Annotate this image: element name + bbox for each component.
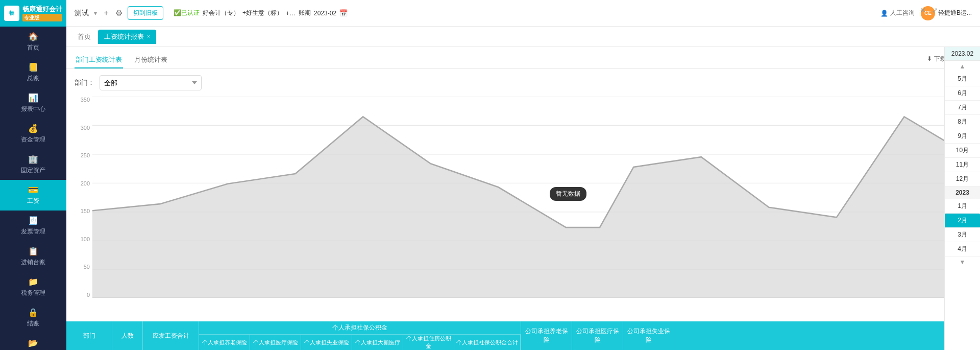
more-badge: +… <box>286 10 296 17</box>
content-controls: ✕ ⤢ <box>919 0 943 20</box>
date-item-11月[interactable]: 11月 <box>945 158 980 172</box>
y-label-350: 350 <box>81 97 90 103</box>
date-panel: 2023.02 ▲ 5月6月7月8月9月10月11月12月20231月2月3月4… <box>944 47 980 350</box>
dropdown-arrow-icon[interactable]: ▾ <box>94 10 97 17</box>
date-panel-header: 2023.02 <box>945 47 980 61</box>
th-department: 部门 <box>66 321 112 350</box>
subtabs: 部门工资统计表 月份统计表 ⬇ 下载 ↻ 刷新 <box>66 47 980 69</box>
table-header: 部门 人数 应发工资合计 个人承担社保公积金 个人承担养老保险 个人承担医疗保险… <box>66 321 980 350</box>
sidebar-item-home[interactable]: 🏠首页 <box>0 27 66 57</box>
subtab-monthly[interactable]: 月份统计表 <box>133 52 168 68</box>
settings-icon[interactable]: ⚙ <box>115 8 122 18</box>
date-nav-down[interactable]: ▼ <box>945 256 980 268</box>
closing-icon: 🔒 <box>28 308 38 317</box>
date-item-6月[interactable]: 6月 <box>945 86 980 101</box>
filter-bar: 部门： 全部 部门1 部门2 <box>66 69 980 97</box>
archive-icon: 📂 <box>28 338 38 348</box>
sidebar-item-payroll[interactable]: 💳工资 <box>0 180 66 211</box>
sidebar-item-invoice[interactable]: 🧾发票管理 <box>0 211 66 241</box>
y-label-50: 50 <box>84 264 90 270</box>
th-personal-large-medical: 个人承担大额医疗 <box>352 335 403 350</box>
date-item-2023[interactable]: 2023 <box>945 186 980 199</box>
topbar-badges: ✅已认证 好会计（专） +好生意（标） +… 账期 2023-02 📅 <box>174 9 348 17</box>
help-label: 人工咨询 <box>890 9 915 17</box>
th-personal-pension: 个人承担养老保险 <box>199 335 250 350</box>
sidebar-label-closing: 结账 <box>27 319 39 328</box>
sidebar-item-tax[interactable]: 📁税务管理 <box>0 272 66 302</box>
date-item-12月[interactable]: 12月 <box>945 172 980 186</box>
download-icon: ⬇ <box>927 55 932 62</box>
sidebar-label-funds: 资金管理 <box>21 135 45 144</box>
sidebar-label-home: 首页 <box>27 43 39 52</box>
y-axis: 350 300 250 200 150 100 50 0 <box>75 97 92 298</box>
help-icon: 👤 <box>880 10 888 17</box>
sidebar-item-sales[interactable]: 📋进销台账 <box>0 241 66 272</box>
reports-icon: 📊 <box>28 93 38 103</box>
sidebar-item-reports[interactable]: 📊报表中心 <box>0 88 66 119</box>
topbar: 测试 ▾ ＋ ⚙ 切到旧板 ✅已认证 好会计（专） +好生意（标） +… 账期 … <box>66 0 980 27</box>
tab-close-button[interactable]: × <box>147 34 150 39</box>
sidebar: 畅 畅康通好会计 专业版 🏠首页📒总账📊报表中心💰资金管理🏢固定资产💳工资🧾发票… <box>0 0 66 350</box>
tax-icon: 📁 <box>28 277 38 287</box>
help-button[interactable]: 👤 人工咨询 <box>880 9 915 17</box>
date-item-1月[interactable]: 1月 <box>945 199 980 214</box>
date-item-9月[interactable]: 9月 <box>945 129 980 144</box>
sales-icon: 📋 <box>28 246 38 256</box>
date-item-4月[interactable]: 4月 <box>945 242 980 256</box>
tabbar: 首页 工资统计报表 × ✕ ⤢ <box>66 27 980 47</box>
subtab-department[interactable]: 部门工资统计表 <box>75 52 123 68</box>
sidebar-item-assets[interactable]: 🏢固定资产 <box>0 149 66 180</box>
sidebar-label-tax: 税务管理 <box>21 289 45 297</box>
date-item-8月[interactable]: 8月 <box>945 115 980 129</box>
add-icon[interactable]: ＋ <box>102 8 110 18</box>
th-company-medical: 公司承担医疗保险 <box>572 321 623 350</box>
th-company-unemployment: 公司承担失业保险 <box>623 321 674 350</box>
y-label-250: 250 <box>81 152 90 158</box>
sidebar-label-reports: 报表中心 <box>21 105 45 113</box>
close-window-button[interactable]: ✕ <box>919 5 927 15</box>
th-company-pension: 公司承担养老保险 <box>521 321 572 350</box>
th-group-personal: 个人承担社保公积金 个人承担养老保险 个人承担医疗保险 个人承担失业保险 个人承… <box>199 321 521 350</box>
y-label-0: 0 <box>87 292 90 298</box>
tab-home[interactable]: 首页 <box>72 29 96 44</box>
date-item-10月[interactable]: 10月 <box>945 144 980 158</box>
expand-window-button[interactable]: ⤢ <box>931 5 939 15</box>
verified-badge: ✅已认证 <box>174 9 200 17</box>
payroll-icon: 💳 <box>28 185 38 195</box>
period-value: 2023-02 <box>314 10 336 17</box>
sidebar-nav: 🏠首页📒总账📊报表中心💰资金管理🏢固定资产💳工资🧾发票管理📋进销台账📁税务管理🔒… <box>0 27 66 350</box>
switch-old-button[interactable]: 切到旧板 <box>128 6 163 20</box>
sidebar-item-ledger[interactable]: 📒总账 <box>0 57 66 88</box>
y-label-100: 100 <box>81 236 90 242</box>
y-label-300: 300 <box>81 125 90 131</box>
funds-icon: 💰 <box>28 124 38 133</box>
date-item-5月[interactable]: 5月 <box>945 72 980 86</box>
content-area: 部门工资统计表 月份统计表 ⬇ 下载 ↻ 刷新 部门： 全部 部门1 部门2 <box>66 47 980 350</box>
chart-wrapper: 350 300 250 200 150 100 50 0 <box>75 97 972 313</box>
tab-payroll-report[interactable]: 工资统计报表 × <box>98 30 156 44</box>
date-item-2月[interactable]: 2月 <box>945 214 980 228</box>
date-item-7月[interactable]: 7月 <box>945 101 980 115</box>
y-label-150: 150 <box>81 208 90 214</box>
chart-container: 350 300 250 200 150 100 50 0 <box>66 97 980 321</box>
main-area: 测试 ▾ ＋ ⚙ 切到旧板 ✅已认证 好会计（专） +好生意（标） +… 账期 … <box>66 0 980 350</box>
sidebar-item-archive[interactable]: 📂归档管理 <box>0 333 66 350</box>
good-accounting-badge: 好会计（专） <box>203 9 239 17</box>
app-sub: 专业版 <box>22 14 62 21</box>
app-title: 畅康通好会计 <box>22 5 62 14</box>
logo-icon: 畅 <box>4 6 19 21</box>
th-personal-medical: 个人承担医疗保险 <box>250 335 301 350</box>
app-logo: 畅 畅康通好会计 专业版 <box>0 0 66 27</box>
download-button[interactable]: ⬇ 下载 <box>927 55 946 63</box>
sidebar-item-closing[interactable]: 🔒结账 <box>0 302 66 333</box>
calendar-icon[interactable]: 📅 <box>339 9 348 17</box>
date-panel-scroll[interactable]: ▲ 5月6月7月8月9月10月11月12月20231月2月3月4月▼ <box>945 61 980 350</box>
th-count: 人数 <box>112 321 143 350</box>
date-nav-up[interactable]: ▲ <box>945 61 980 72</box>
department-select[interactable]: 全部 部门1 部门2 <box>100 75 202 90</box>
th-personal-unemployment: 个人承担失业保险 <box>301 335 352 350</box>
sidebar-item-funds[interactable]: 💰资金管理 <box>0 119 66 149</box>
th-personal-total: 个人承担社保公积金合计 <box>454 335 521 350</box>
date-item-3月[interactable]: 3月 <box>945 228 980 242</box>
ledger-icon: 📒 <box>28 62 38 72</box>
